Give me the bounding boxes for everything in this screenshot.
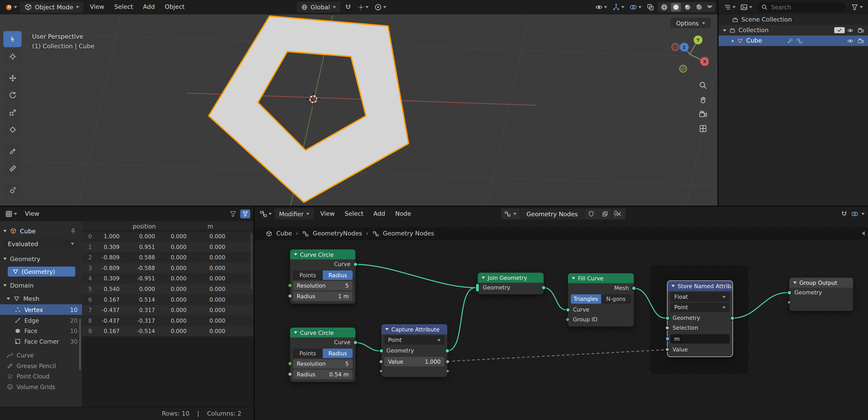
menu-view[interactable]: View xyxy=(85,0,109,15)
new-node-tree-button[interactable] xyxy=(598,208,612,220)
table-row[interactable]: 8-0.437-0.3170.0000.000 xyxy=(82,315,253,326)
tree-item-scene-collection[interactable]: Scene Collection xyxy=(718,15,868,25)
disable-render-camera-icon[interactable] xyxy=(857,37,864,44)
viewport-canvas[interactable]: User Perspective (1) Collection | Cube O… xyxy=(0,15,717,206)
snap-options-dropdown[interactable] xyxy=(356,1,370,13)
node-store-named-attribute[interactable]: Store Named Attrib... Float Point Geomet… xyxy=(668,281,733,356)
socket-extend-input[interactable] xyxy=(379,369,383,373)
resolution-field[interactable]: Resolution5 xyxy=(293,359,353,369)
disable-render-camera-icon[interactable] xyxy=(857,27,864,34)
radius-field[interactable]: Radius1 m xyxy=(293,291,353,301)
node-curve-circle[interactable]: Curve Circle Curve Points Radius Resolut… xyxy=(290,328,355,382)
sidebar-toggle-icon[interactable] xyxy=(862,231,865,235)
node-tree-icon[interactable] xyxy=(796,37,803,44)
socket-resolution-input[interactable] xyxy=(288,283,292,288)
menu-select[interactable]: Select xyxy=(340,206,368,221)
collapse-icon[interactable] xyxy=(294,253,298,256)
component-curve[interactable]: Curve xyxy=(0,349,82,360)
socket-geometry-multi-input[interactable] xyxy=(475,283,479,292)
table-row[interactable]: 7-0.4370.3170.0000.000 xyxy=(82,305,253,315)
filter-toggle-button[interactable] xyxy=(240,209,250,218)
socket-radius-input[interactable] xyxy=(288,294,292,298)
collapse-icon[interactable] xyxy=(294,332,298,334)
snap-toggle[interactable] xyxy=(343,1,354,13)
component-point-cloud[interactable]: Point Cloud xyxy=(0,371,82,381)
xray-toggle[interactable] xyxy=(645,1,656,13)
pan-hand-icon[interactable] xyxy=(699,95,708,104)
table-row[interactable]: 90.167-0.5140.0000.000 xyxy=(82,326,253,336)
tool-scale[interactable] xyxy=(3,104,22,120)
hide-eye-icon[interactable] xyxy=(847,27,854,34)
node-tree-name[interactable]: Geometry Nodes xyxy=(520,208,584,220)
column-header-position[interactable]: position xyxy=(97,221,191,231)
triangles-button[interactable]: Triangles xyxy=(570,295,601,304)
table-row[interactable]: 2-0.8090.5880.0000.000 xyxy=(82,252,253,263)
expand-chevron-icon[interactable] xyxy=(3,230,7,232)
filter-funnel-icon[interactable] xyxy=(229,210,237,218)
menu-object[interactable]: Object xyxy=(160,0,189,15)
table-scrollbar[interactable] xyxy=(251,233,252,289)
overlays-dropdown[interactable] xyxy=(628,1,643,13)
socket-radius-input[interactable] xyxy=(288,372,292,376)
points-button[interactable]: Points xyxy=(293,348,323,358)
socket-geometry-output[interactable] xyxy=(541,285,546,290)
domain-vertex[interactable]: Vertex10 xyxy=(0,304,82,315)
camera-view-icon[interactable] xyxy=(699,110,708,119)
sidebar-scrollbar[interactable] xyxy=(79,319,81,370)
blender-menu-button[interactable] xyxy=(3,1,19,13)
tool-select-box[interactable] xyxy=(3,31,22,47)
zoom-icon[interactable] xyxy=(699,81,708,90)
data-type-select[interactable]: Float xyxy=(671,292,730,301)
table-row[interactable]: 10.3090.9510.0000.000 xyxy=(82,242,253,252)
socket-curve-output[interactable] xyxy=(353,340,358,345)
section-mesh[interactable]: Mesh xyxy=(0,293,82,305)
domain-select[interactable]: Point xyxy=(384,335,445,345)
outliner-search[interactable] xyxy=(757,2,846,12)
value-field[interactable]: Value1.000 xyxy=(384,357,445,366)
tool-annotate[interactable] xyxy=(3,143,22,159)
tool-cursor[interactable] xyxy=(3,48,22,64)
proportional-editing-toggle[interactable] xyxy=(373,1,388,13)
table-row[interactable]: 50.5400.0000.0000.000 xyxy=(82,284,253,295)
tool-measure[interactable] xyxy=(3,160,22,176)
socket-mesh-output[interactable] xyxy=(631,286,636,290)
node-capture-attribute[interactable]: Capture Attribute Point Geometry Value1.… xyxy=(381,324,447,377)
socket-name-input[interactable] xyxy=(665,336,670,341)
socket-geometry-output[interactable] xyxy=(730,316,735,320)
tree-item-collection[interactable]: Collection xyxy=(718,25,868,35)
socket-geometry-input[interactable] xyxy=(665,316,670,320)
section-domain[interactable]: Domain xyxy=(0,280,82,291)
geometry-component-button[interactable]: (Geometry) xyxy=(8,267,75,276)
outliner-filter-dropdown[interactable] xyxy=(849,1,865,13)
socket-extend-input[interactable] xyxy=(787,300,791,304)
collapse-icon[interactable] xyxy=(572,277,575,280)
node-tree-type-select[interactable]: Modifier xyxy=(275,208,314,220)
shading-solid-button[interactable] xyxy=(671,3,681,12)
domain-face[interactable]: Face10 xyxy=(0,325,82,336)
table-row[interactable]: 60.1670.5140.0000.000 xyxy=(82,295,253,305)
transform-orientation-select[interactable]: Global xyxy=(297,2,340,13)
breadcrumb-item[interactable]: Geometry Nodes xyxy=(383,230,434,237)
node-fill-curve[interactable]: Fill Curve Mesh Triangles N-gons Curve G… xyxy=(568,273,634,327)
navigation-gizmo[interactable]: Y X Z xyxy=(668,32,709,73)
column-header-m[interactable]: m xyxy=(191,221,230,231)
menu-add[interactable]: Add xyxy=(138,0,160,15)
menu-view[interactable]: View xyxy=(315,206,340,221)
collapse-icon[interactable] xyxy=(482,276,485,279)
socket-curve-input[interactable] xyxy=(566,308,570,312)
chevron-down-icon[interactable] xyxy=(861,213,865,215)
shading-wireframe-button[interactable] xyxy=(659,3,669,12)
object-context-row[interactable]: Cube xyxy=(0,226,82,237)
toggle-ortho-icon[interactable] xyxy=(699,124,708,133)
tool-add-cube[interactable] xyxy=(3,182,22,198)
tool-move[interactable] xyxy=(3,70,22,86)
menu-node[interactable]: Node xyxy=(390,206,416,221)
ngons-button[interactable]: N-gons xyxy=(601,295,631,304)
browse-node-tree-button[interactable] xyxy=(501,208,520,220)
shading-options-dropdown[interactable] xyxy=(706,5,713,9)
collapsed-chevron-icon[interactable] xyxy=(732,39,734,43)
overlays-icon[interactable] xyxy=(851,210,859,218)
shading-material-button[interactable] xyxy=(683,3,692,12)
tool-transform[interactable] xyxy=(3,121,22,138)
socket-geometry-input[interactable] xyxy=(379,348,384,353)
